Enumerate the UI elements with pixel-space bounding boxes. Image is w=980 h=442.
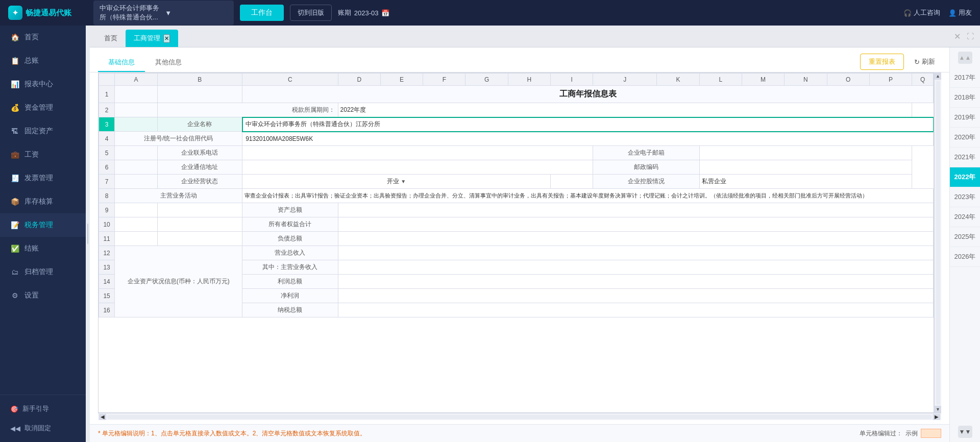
year-item-2019[interactable]: 2019年 (950, 108, 980, 128)
col-header-l[interactable]: L (699, 73, 742, 86)
cell-1b[interactable] (157, 86, 242, 103)
tab-gongshang[interactable]: 工商管理 ✕ (126, 30, 178, 47)
col-header-n[interactable]: N (785, 73, 827, 86)
cell-15d[interactable] (338, 289, 933, 303)
cell-11d[interactable] (338, 232, 933, 246)
scroll-down-button[interactable]: ▼ (935, 406, 942, 413)
scroll-right-button[interactable]: ▶ (933, 414, 940, 420)
cell-15c[interactable]: 净利润 (242, 289, 338, 303)
col-header-j[interactable]: J (593, 73, 657, 86)
sidebar-item-archive[interactable]: 🗂 归档管理 (0, 260, 86, 284)
cell-10d[interactable] (338, 217, 933, 232)
scroll-left-button[interactable]: ◀ (99, 414, 106, 420)
cell-8ab[interactable]: 主营业务活动 (115, 189, 242, 203)
year-item-2021[interactable]: 2021年 (950, 148, 980, 167)
cell-6a[interactable] (115, 160, 157, 175)
col-header-c[interactable]: C (242, 73, 338, 86)
spreadsheet-wrapper[interactable]: A B C D E F G H I J (98, 72, 934, 413)
refresh-button[interactable]: ↻ 刷新 (908, 54, 941, 69)
cell-7k[interactable]: 私营企业 (699, 175, 912, 189)
tab-home[interactable]: 首页 (96, 30, 126, 47)
calendar-icon[interactable]: 📅 (381, 9, 389, 17)
cell-12c[interactable]: 营业总收入 (242, 246, 338, 260)
user-menu[interactable]: 👤 用友 (948, 8, 972, 17)
cell-1a[interactable] (115, 86, 157, 103)
cell-16d[interactable] (338, 303, 933, 317)
cell-10b[interactable] (157, 217, 242, 232)
year-item-2023[interactable]: 2023年 (950, 187, 980, 207)
year-item-2017[interactable]: 2017年 (950, 68, 980, 88)
horizontal-scrollbar[interactable]: ◀ ▶ (98, 413, 941, 420)
help-button[interactable]: 🎧 人工咨询 (903, 8, 940, 17)
cell-12d[interactable] (338, 246, 933, 260)
sidebar-item-assets[interactable]: 🏗 固定资产 (0, 119, 86, 143)
scroll-up-button[interactable]: ▲ (935, 72, 942, 80)
vertical-scrollbar[interactable]: ▲ ▼ (934, 72, 941, 413)
sidebar-item-reports[interactable]: 📊 报表中心 (0, 72, 86, 96)
cell-10a[interactable] (115, 217, 157, 232)
sidebar-item-home[interactable]: 🏠 首页 (0, 26, 86, 49)
cell-3c[interactable]: 中审众环会计师事务所（特殊普通合伙）江苏分所 (242, 117, 934, 132)
cell-4ab[interactable]: 注册号/统一社会信用代码 (115, 132, 242, 146)
col-header-f[interactable]: F (423, 73, 465, 86)
cell-5k[interactable] (699, 146, 912, 160)
sidebar-item-ledger[interactable]: 📋 总账 (0, 49, 86, 72)
year-item-2018[interactable]: 2018年 (950, 88, 980, 108)
cell-12ab[interactable]: 企业资产状况信息(币种：人民币万元) (115, 246, 242, 317)
cell-6b[interactable]: 企业通信地址 (157, 160, 242, 175)
col-header-e[interactable]: E (380, 73, 423, 86)
cell-11a[interactable] (115, 232, 157, 246)
cell-2a[interactable] (115, 103, 157, 117)
cell-2c[interactable]: 2022年度 (338, 103, 912, 117)
cell-9d[interactable] (338, 203, 933, 217)
cell-10c[interactable]: 所有者权益合计 (242, 217, 338, 232)
cell-9b[interactable] (157, 203, 242, 217)
cell-5b[interactable]: 企业联系电话 (157, 146, 242, 160)
year-item-2024[interactable]: 2024年 (950, 207, 980, 227)
year-item-2025[interactable]: 2025年 (950, 227, 980, 247)
cell-7a[interactable] (115, 175, 157, 189)
sidebar-item-funds[interactable]: 💰 资金管理 (0, 96, 86, 119)
col-header-g[interactable]: G (465, 73, 508, 86)
cell-3a[interactable] (115, 117, 157, 132)
cell-title[interactable]: 工商年报信息表 (242, 86, 934, 103)
sidebar-item-invoice[interactable]: 🧾 发票管理 (0, 166, 86, 190)
sidebar-item-settings[interactable]: ⚙ 设置 (0, 284, 86, 307)
cell-3b[interactable]: 企业名称 (157, 117, 242, 132)
cell-11c[interactable]: 负债总额 (242, 232, 338, 246)
col-header-h[interactable]: H (508, 73, 550, 86)
scroll-track[interactable] (936, 81, 940, 405)
cell-6j[interactable]: 邮政编码 (593, 160, 699, 175)
col-header-a[interactable]: A (115, 73, 157, 86)
year-scroll-down-button[interactable]: ▼▼ (958, 426, 972, 438)
cell-9a[interactable] (115, 203, 157, 217)
cell-11b[interactable] (157, 232, 242, 246)
cell-5j[interactable]: 企业电子邮箱 (593, 146, 699, 160)
cell-7i[interactable] (551, 175, 593, 189)
workbench-button[interactable]: 工作台 (240, 5, 284, 21)
col-header-q[interactable]: Q (912, 73, 934, 86)
window-close-button[interactable]: ✕ (952, 32, 963, 41)
guide-button[interactable]: 🎯 新手引导 (10, 401, 76, 416)
col-header-b[interactable]: B (157, 73, 242, 86)
col-header-m[interactable]: M (742, 73, 784, 86)
col-header-p[interactable]: P (869, 73, 912, 86)
col-header-k[interactable]: K (657, 73, 699, 86)
cell-13d[interactable] (338, 260, 933, 275)
col-header-i[interactable]: I (551, 73, 593, 86)
cell-14c[interactable]: 利润总额 (242, 275, 338, 289)
cell-6k[interactable] (699, 160, 912, 175)
cell-14d[interactable] (338, 275, 933, 289)
cell-5a[interactable] (115, 146, 157, 160)
year-item-2022[interactable]: 2022年 (950, 167, 980, 187)
cell-2b[interactable]: 税款所属期间： (157, 103, 338, 117)
col-header-d[interactable]: D (338, 73, 380, 86)
year-scroll-up-button[interactable]: ▲▲ (958, 52, 972, 64)
hscroll-track[interactable] (107, 415, 932, 419)
subtab-other[interactable]: 其他信息 (145, 54, 192, 72)
cell-16c[interactable]: 纳税总额 (242, 303, 338, 317)
cell-7b[interactable]: 企业经营状态 (157, 175, 242, 189)
cell-13c[interactable]: 其中：主营业务收入 (242, 260, 338, 275)
unpin-button[interactable]: ◀◀ 取消固定 (10, 421, 76, 436)
cell-7c[interactable]: 开业 ▼ (242, 175, 551, 189)
